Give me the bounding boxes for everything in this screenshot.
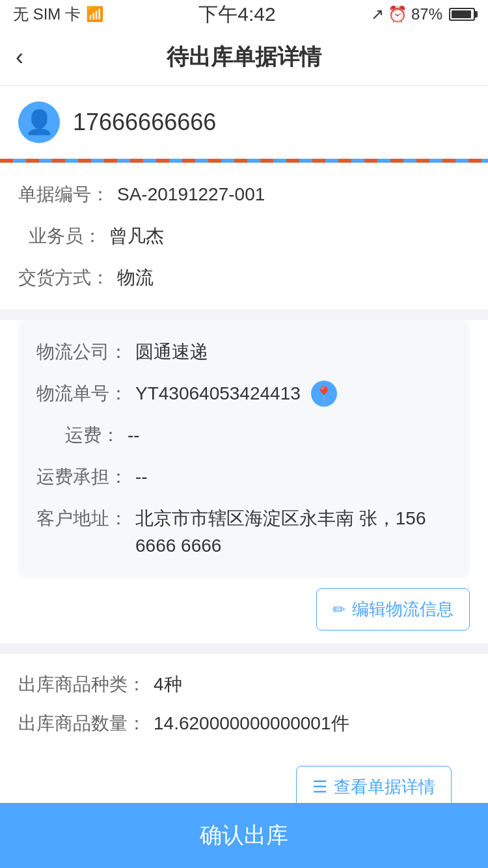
- sales-person-value: 曾凡杰: [109, 223, 470, 250]
- goods-types-label: 出库商品种类：: [18, 672, 154, 697]
- address-row: 客户地址： 北京市市辖区海淀区永丰南 张，156 6666 6666: [36, 505, 452, 560]
- logistics-company-row: 物流公司： 圆通速递: [36, 338, 452, 366]
- edit-icon: ✏: [332, 601, 346, 619]
- goods-types-row: 出库商品种类： 4种: [18, 672, 470, 697]
- status-left: 无 SIM 卡 📶: [13, 4, 103, 25]
- avatar: 👤: [18, 102, 60, 143]
- edit-logistics-button[interactable]: ✏ 编辑物流信息: [316, 588, 470, 631]
- delivery-method-value: 物流: [117, 264, 470, 292]
- battery-bar: [449, 8, 475, 21]
- order-number-label: 单据编号：: [18, 181, 117, 208]
- confirm-btn-label: 确认出库: [200, 821, 288, 850]
- freight-label: 运费：: [36, 422, 128, 449]
- carrier-text: 无 SIM 卡: [13, 4, 81, 25]
- back-button[interactable]: ‹: [16, 44, 23, 71]
- edit-btn-row: ✏ 编辑物流信息: [0, 588, 488, 644]
- status-right: ↗ ⏰ 87%: [371, 5, 475, 23]
- freight-value: --: [128, 422, 452, 449]
- goods-section: 出库商品种类： 4种 出库商品数量： 14.620000000000001件 ☰…: [0, 654, 488, 826]
- goods-quantity-label: 出库商品数量：: [18, 711, 154, 736]
- status-bar: 无 SIM 卡 📶 下午4:42 ↗ ⏰ 87%: [0, 0, 488, 29]
- freight-bearer-row: 运费承担： --: [36, 463, 452, 491]
- logistics-company-value: 圆通速递: [135, 338, 452, 366]
- tracking-location-icon[interactable]: 📍: [311, 381, 337, 407]
- confirm-btn-container: 确认出库: [0, 803, 488, 868]
- battery-fill: [452, 10, 471, 18]
- battery-percent: 87%: [411, 5, 442, 23]
- goods-quantity-value: 14.620000000000001件: [154, 711, 470, 736]
- logistics-card: 物流公司： 圆通速递 物流单号： YT43064053424413 📍 运费： …: [18, 320, 470, 578]
- view-details-label: 查看单据详情: [334, 776, 435, 798]
- avatar-icon: 👤: [25, 109, 54, 136]
- freight-row: 运费： --: [36, 422, 452, 449]
- view-details-button[interactable]: ☰ 查看单据详情: [296, 766, 452, 808]
- goods-quantity-row: 出库商品数量： 14.620000000000001件: [18, 711, 470, 736]
- location-status-icon: ↗: [371, 5, 384, 23]
- user-section: 👤 17666666666: [0, 86, 488, 159]
- alarm-icon: ⏰: [388, 5, 407, 23]
- edit-btn-label: 编辑物流信息: [352, 598, 454, 621]
- delivery-method-row: 交货方式： 物流: [18, 264, 470, 292]
- tracking-number-value: YT43064053424413 📍: [135, 380, 452, 407]
- status-time: 下午4:42: [198, 1, 275, 28]
- tracking-number-label: 物流单号：: [36, 380, 135, 407]
- view-btn-row: ☰ 查看单据详情: [18, 750, 470, 808]
- order-info-section: 单据编号： SA-20191227-001 业务员： 曾凡杰 交货方式： 物流: [0, 163, 488, 310]
- tracking-number-row: 物流单号： YT43064053424413 📍: [36, 380, 452, 407]
- confirm-outbound-button[interactable]: 确认出库: [0, 803, 488, 868]
- page-title: 待出库单据详情: [167, 42, 321, 72]
- goods-types-value: 4种: [154, 672, 470, 697]
- section-separator: [0, 644, 488, 654]
- address-label: 客户地址：: [36, 505, 135, 532]
- delivery-method-label: 交货方式：: [18, 264, 117, 292]
- address-value: 北京市市辖区海淀区永丰南 张，156 6666 6666: [135, 505, 452, 560]
- sales-person-label: 业务员：: [18, 223, 109, 250]
- wifi-icon: 📶: [86, 6, 103, 23]
- user-phone: 17666666666: [73, 109, 216, 136]
- view-details-icon: ☰: [312, 777, 327, 797]
- freight-bearer-value: --: [135, 463, 452, 491]
- order-number-row: 单据编号： SA-20191227-001: [18, 181, 470, 208]
- nav-bar: ‹ 待出库单据详情: [0, 29, 488, 86]
- sales-person-row: 业务员： 曾凡杰: [18, 223, 470, 250]
- order-number-value: SA-20191227-001: [117, 181, 470, 208]
- freight-bearer-label: 运费承担：: [36, 463, 135, 491]
- logistics-company-label: 物流公司：: [36, 338, 135, 366]
